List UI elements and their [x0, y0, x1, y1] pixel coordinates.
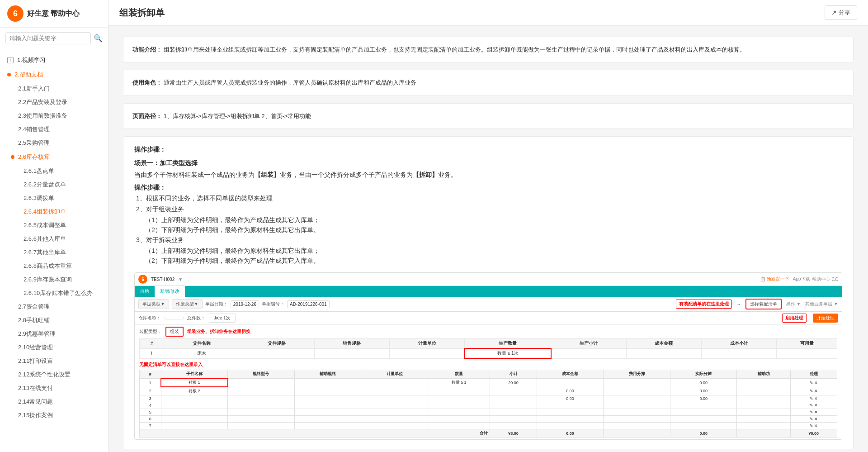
ss-tab-edit[interactable]: 新增/修改 [155, 286, 185, 297]
sidebar-item-212[interactable]: 2.12系统个性化设置 [0, 368, 108, 381]
ss-col-subtotal: 生产小计 [551, 339, 626, 349]
ss-help: 帮助中心 [812, 276, 830, 282]
ss-toolbar-actions: 其他业务单据 ▼ [805, 301, 838, 307]
step2: 2、对于组装业务 [134, 205, 842, 214]
annotation1: 有装配清单的在这里处理 [676, 300, 732, 309]
sub-table-row: 5✎ ✕ [140, 409, 837, 416]
ss-arrow1: → [736, 302, 741, 307]
sub-table-footer: 合计 ¥8.00 0.00 0.00 ¥0.00 [140, 429, 837, 438]
sidebar-item-sub-23[interactable]: 2.3使用前数据准备 [0, 109, 108, 123]
path-card: 页面路径： 1、库存核算->库存管理->组装拆卸单 2、首页->常用功能 [123, 103, 854, 129]
annotation4-text: 无固定清单可以直接在这里录入 [139, 362, 203, 368]
steps-section: 操作步骤： 场景一：加工类型选择 当由多个子件材料组装成一个成品的业务为【组装】… [123, 136, 854, 449]
sidebar-item-267[interactable]: 2.6.7其他出库单 [0, 246, 108, 259]
sub-table-row: 3 0.000.00✎ ✕ [140, 395, 837, 402]
search-icon[interactable]: 🔍 [94, 34, 103, 43]
sidebar-item-211[interactable]: 2.11打印设置 [0, 354, 108, 368]
sidebar-item-26[interactable]: 2.6库存核算 [0, 150, 108, 164]
ss-col-avail: 可用量 [777, 339, 837, 349]
search-box: 🔍 [0, 28, 108, 49]
ss-date-label: 单据日期： [205, 301, 228, 307]
ss-logo: 6 [138, 275, 147, 284]
sidebar-header: 6 好生意 帮助中心 [0, 0, 108, 28]
ss-date-val: 2019-12-26 [231, 300, 259, 308]
sidebar-item-sub-25[interactable]: 2.5采购管理 [0, 136, 108, 150]
ss-annotation2-row: 装配类型： 组装 组装业务、拆卸业务在这里切换 [135, 325, 842, 338]
ss-new-order-btn[interactable]: 📋 预跟踪一下 [760, 276, 789, 282]
step2-2: （2）下部明细为子件明细，最终作为原材料生成其它出库单。 [134, 226, 842, 234]
app-logo: 6 [7, 5, 24, 22]
ops-title: 操作步骤： [134, 146, 842, 154]
annotation2-text: 组装业务、拆卸业务在这里切换 [187, 328, 250, 335]
ss-select-bom-btn[interactable]: 选择装配清单 [745, 299, 782, 309]
ss-type-label: 装配类型： [139, 328, 162, 335]
main-content: 组装拆卸单 ↗ 分享 功能介绍： 组装拆卸单用来处理企业组装或拆卸等加工业务，支… [108, 0, 868, 452]
ss-count-label: 总件数： [187, 315, 205, 321]
ss-app-store: App下载 [793, 276, 810, 282]
screenshot: 6 TEST-H002 ▼ 📋 预跟踪一下 App下载 帮助中心 CC 自购 新… [134, 272, 842, 440]
role-label: 使用角色： [132, 79, 162, 86]
ss-no-label: 单据编号： [262, 301, 284, 307]
ss-wh-label: 仓库名称： [138, 315, 161, 321]
sidebar-item-261[interactable]: 2.6.1盘点单 [0, 164, 108, 178]
sidebar-item-docs[interactable]: 2.帮助文档 [0, 67, 108, 82]
ss-btn-doctype2[interactable]: 作废类型▼ [172, 299, 203, 309]
sidebar-item-2610[interactable]: 2.6.10库存账本错了怎么办 [0, 286, 108, 300]
path-label: 页面路径： [132, 113, 162, 119]
sidebar-item-210[interactable]: 2.10经营管理 [0, 341, 108, 354]
share-button[interactable]: ↗ 分享 [825, 5, 857, 20]
role-text: 通常由生产人员或库管人员完成拆装业务的操作，库管人员确认原材料的出库和产成品的入… [164, 79, 416, 86]
sidebar-item-265[interactable]: 2.6.5成本调整单 [0, 219, 108, 232]
sidebar-item-video[interactable]: + 1.视频学习 [0, 53, 108, 67]
ss-sub-table: # 子件名称 规格型号 辅助规格 计量单位 数量 小计 成本金额 费用分摊 [139, 370, 837, 438]
ss-status: ▼ [178, 277, 183, 282]
ss-fields-row: 仓库名称： 总件数： Jié≥ 1次 启用处理 开始处理 [135, 312, 842, 325]
ss-col-qty: 生产数量 [465, 339, 551, 349]
nav-list: + 1.视频学习 2.帮助文档 2.1新手入门 2.2产品安装及登录 2.3使用… [0, 49, 108, 452]
ss-col-num: # [140, 339, 164, 349]
ss-col-sale-spec: 销售规格 [314, 339, 389, 349]
ss-type-input[interactable]: 组装 [165, 327, 184, 337]
intro-card: 功能介绍： 组装拆卸单用来处理企业组装或拆卸等加工业务，支持有固定装配清单的产品… [123, 37, 854, 62]
ss-tab-purchase[interactable]: 自购 [135, 286, 155, 297]
sidebar-item-264[interactable]: 2.6.4组装拆卸单 [0, 205, 108, 219]
ss-col-cost-sub: 成本小计 [701, 339, 776, 349]
step3: 3、对于拆装业务 [134, 236, 842, 244]
sidebar-item-28[interactable]: 2.8手机旺铺 [0, 314, 108, 327]
annotation3: 启用处理 [782, 314, 807, 323]
sub-table-row: 2 衬板 2 0.00 0.00 ✎ ✕ [140, 387, 837, 395]
sidebar-item-27[interactable]: 2.7资金管理 [0, 300, 108, 314]
step1: 1、根据不同的业务，选择不同单据的类型来处理 [134, 195, 842, 203]
ss-main-table-container: # 父件名称 父件规格 销售规格 计量单位 生产数量 生产小计 成本金额 成本小… [135, 338, 842, 361]
scenario1-desc: 当由多个子件材料组装成一个成品的业务为【组装】业务，当由一个父件拆分成多个子产品… [134, 171, 842, 179]
step3-1: （1）上部明细为父件明细，最终作为原材料生成其它出库单； [134, 247, 842, 255]
sidebar-item-sub-21[interactable]: 2.1新手入门 [0, 82, 108, 95]
annotation4-row: 无固定清单可以直接在这里录入 [135, 361, 842, 370]
sidebar-item-sub-24[interactable]: 2.4销售管理 [0, 123, 108, 136]
sidebar-item-266[interactable]: 2.6.6其他入库单 [0, 232, 108, 246]
ss-app-id: TEST-H002 [151, 277, 175, 282]
content-area: 功能介绍： 组装拆卸单用来处理企业组装或拆卸等加工业务，支持有固定装配清单的产品… [108, 26, 868, 452]
sidebar-item-213[interactable]: 2.13在线支付 [0, 381, 108, 395]
sidebar-item-263[interactable]: 2.6.3调拨单 [0, 191, 108, 205]
ss-wh-input[interactable] [165, 317, 184, 319]
search-input[interactable] [5, 32, 91, 44]
ss-col-parent-spec: 父件规格 [239, 339, 314, 349]
sidebar-item-268[interactable]: 2.6.8商品成本重算 [0, 259, 108, 273]
ss-user: CC [832, 277, 838, 282]
ss-main-table: # 父件名称 父件规格 销售规格 计量单位 生产数量 生产小计 成本金额 成本小… [139, 338, 837, 359]
sidebar-item-269[interactable]: 2.6.9库存账本查询 [0, 273, 108, 286]
sidebar-item-214[interactable]: 2.14常见问题 [0, 395, 108, 409]
sidebar-item-262[interactable]: 2.6.2分量盘点单 [0, 178, 108, 191]
page-title: 组装拆卸单 [119, 7, 165, 19]
intro-text: 组装拆卸单用来处理企业组装或拆卸等加工业务，支持有固定装配清单的产品加工业务，也… [164, 46, 745, 53]
sidebar-item-sub-22[interactable]: 2.2产品安装及登录 [0, 95, 108, 109]
sidebar-item-215[interactable]: 2.15操作案例 [0, 409, 108, 422]
sidebar-item-29[interactable]: 2.9优惠券管理 [0, 327, 108, 341]
ss-confirm-btn[interactable]: 开始处理 [813, 314, 838, 323]
ss-sub-table-container: # 子件名称 规格型号 辅助规格 计量单位 数量 小计 成本金额 费用分摊 [135, 370, 842, 439]
ss-btn-doctype[interactable]: 单据类型▼ [138, 299, 169, 309]
sidebar: 6 好生意 帮助中心 🔍 + 1.视频学习 2.帮助文档 2.1新手入门 2.2… [0, 0, 108, 452]
sub-table-row: 6✎ ✕ [140, 416, 837, 423]
path-text: 1、库存核算->库存管理->组装拆卸单 2、首页->常用功能 [164, 113, 311, 119]
